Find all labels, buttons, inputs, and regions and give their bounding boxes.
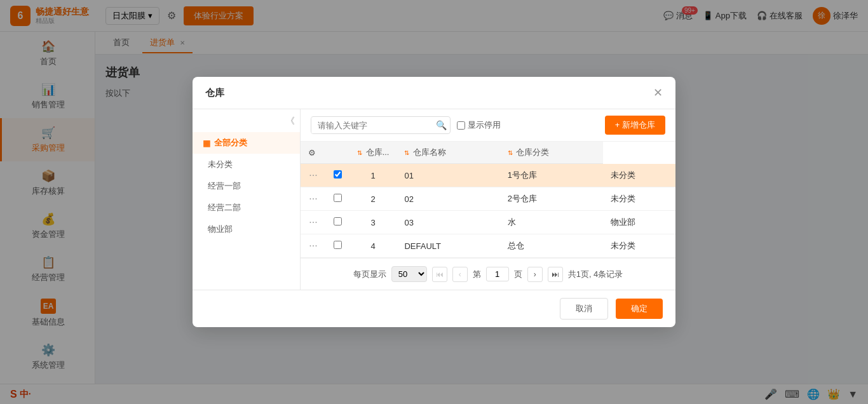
row-gear-0[interactable]: ··· xyxy=(301,164,326,187)
category-ops2[interactable]: 经营二部 xyxy=(193,197,300,219)
row-num-0: 1 xyxy=(349,164,397,187)
warehouse-table: ⚙ ⇅ 仓库... ⇅ 仓库名称 xyxy=(301,142,675,258)
warehouse-table-wrap: ⚙ ⇅ 仓库... ⇅ 仓库名称 xyxy=(301,142,675,258)
row-category-0: 未分类 xyxy=(603,164,675,187)
show-disabled-label[interactable]: 显示停用 xyxy=(457,119,501,131)
row-name-2: 水 xyxy=(500,211,603,234)
col-checkbox xyxy=(326,142,349,164)
category-property[interactable]: 物业部 xyxy=(193,219,300,240)
pagination: 每页显示 50 100 ⏮ ‹ 第 页 › ⏭ 共1页, 4条记录 xyxy=(301,258,675,290)
modal-right-panel: 🔍 显示停用 + 新增仓库 ⚙ xyxy=(301,109,675,290)
grid-icon: ▦ xyxy=(203,138,210,148)
confirm-button[interactable]: 确定 xyxy=(616,299,663,319)
table-row[interactable]: ··· 2 02 2号仓库 未分类 xyxy=(301,187,675,211)
row-category-1: 未分类 xyxy=(603,187,675,211)
more-button-2[interactable]: ··· xyxy=(309,217,317,228)
more-button-0[interactable]: ··· xyxy=(309,170,317,181)
row-name-0: 1号仓库 xyxy=(500,164,603,187)
row-checkbox-0[interactable] xyxy=(334,170,342,178)
more-button-1[interactable]: ··· xyxy=(309,193,317,205)
row-checkbox-2[interactable] xyxy=(334,217,342,226)
table-row[interactable]: ··· 3 03 水 物业部 xyxy=(301,211,675,234)
row-checkbox-3[interactable] xyxy=(334,241,342,249)
category-all[interactable]: ▦ 全部分类 xyxy=(193,132,300,154)
total-info: 共1页, 4条记录 xyxy=(568,269,623,280)
show-disabled-checkbox[interactable] xyxy=(457,121,465,130)
page-unit: 页 xyxy=(514,269,522,280)
collapse-button[interactable]: 《 xyxy=(286,116,295,127)
modal-close-button[interactable]: ✕ xyxy=(653,86,663,100)
table-row[interactable]: ··· 4 DEFAULT 总仓 未分类 xyxy=(301,234,675,258)
row-code-1: 02 xyxy=(397,187,499,211)
row-checkbox-1[interactable] xyxy=(334,194,342,202)
sort-icon-name: ⇅ xyxy=(404,149,409,156)
category-all-label: 全部分类 xyxy=(214,137,247,149)
sort-icon-category: ⇅ xyxy=(508,149,513,156)
modal-header: 仓库 ✕ xyxy=(193,77,675,109)
row-num-3: 4 xyxy=(349,234,397,258)
row-num-2: 3 xyxy=(349,211,397,234)
search-button[interactable]: 🔍 xyxy=(431,117,451,133)
modal-overlay: 仓库 ✕ 《 ▦ 全部分类 未分类 经营一部 经 xyxy=(0,0,868,404)
last-page-button[interactable]: ⏭ xyxy=(548,267,563,282)
row-num-1: 2 xyxy=(349,187,397,211)
category-unclassified[interactable]: 未分类 xyxy=(193,154,300,175)
row-name-1: 2号仓库 xyxy=(500,187,603,211)
row-code-0: 01 xyxy=(397,164,499,187)
row-checkbox-cell-1 xyxy=(326,187,349,211)
col-name: ⇅ 仓库名称 xyxy=(397,142,499,164)
row-code-3: DEFAULT xyxy=(397,234,499,258)
modal-category-panel: 《 ▦ 全部分类 未分类 经营一部 经营二部 物业部 xyxy=(193,109,301,290)
next-page-button[interactable]: › xyxy=(527,267,543,282)
per-page-select[interactable]: 50 100 xyxy=(391,266,427,282)
row-category-3: 未分类 xyxy=(603,234,675,258)
col-category: ⇅ 仓库分类 xyxy=(500,142,603,164)
page-label: 第 xyxy=(473,269,481,280)
row-gear-2[interactable]: ··· xyxy=(301,211,326,234)
row-name-3: 总仓 xyxy=(500,234,603,258)
row-code-2: 03 xyxy=(397,211,499,234)
row-category-2: 物业部 xyxy=(603,211,675,234)
collapse-panel: 《 xyxy=(193,116,300,132)
row-checkbox-cell-3 xyxy=(326,234,349,258)
sort-icon-code: ⇅ xyxy=(357,149,362,156)
row-checkbox-cell-0 xyxy=(326,164,349,187)
add-warehouse-button[interactable]: + 新增仓库 xyxy=(605,116,665,135)
category-ops1[interactable]: 经营一部 xyxy=(193,175,300,197)
table-row[interactable]: ··· 1 01 1号仓库 未分类 xyxy=(301,164,675,187)
table-header-row: ⚙ ⇅ 仓库... ⇅ 仓库名称 xyxy=(301,142,675,164)
modal-body: 《 ▦ 全部分类 未分类 经营一部 经营二部 物业部 xyxy=(193,109,675,290)
search-box: 🔍 xyxy=(311,116,451,134)
cancel-button[interactable]: 取消 xyxy=(560,298,608,320)
modal-title: 仓库 xyxy=(205,87,224,99)
first-page-button[interactable]: ⏮ xyxy=(432,267,447,282)
more-button-3[interactable]: ··· xyxy=(309,240,317,252)
page-input[interactable] xyxy=(486,267,509,281)
col-code: ⇅ 仓库... xyxy=(349,142,397,164)
row-checkbox-cell-2 xyxy=(326,211,349,234)
row-gear-3[interactable]: ··· xyxy=(301,234,326,258)
per-page-label: 每页显示 xyxy=(353,269,386,280)
row-gear-1[interactable]: ··· xyxy=(301,187,326,211)
search-input[interactable] xyxy=(311,118,431,133)
col-gear: ⚙ xyxy=(301,142,326,164)
modal-toolbar: 🔍 显示停用 + 新增仓库 xyxy=(301,109,675,142)
prev-page-button[interactable]: ‹ xyxy=(452,267,468,282)
warehouse-modal: 仓库 ✕ 《 ▦ 全部分类 未分类 经营一部 经 xyxy=(193,77,675,327)
modal-footer: 取消 确定 xyxy=(193,290,675,327)
